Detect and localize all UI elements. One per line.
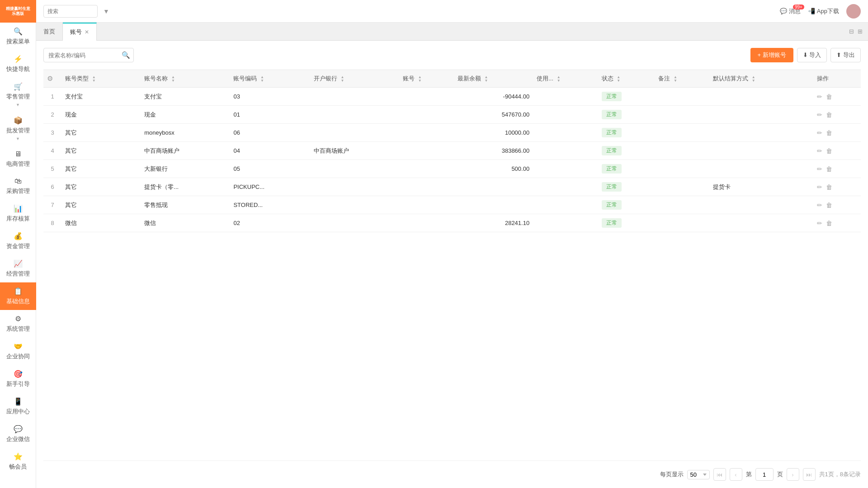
cell-status: 正常 bbox=[598, 88, 655, 106]
sidebar-item-enterprise[interactable]: 🤝 企业协同 bbox=[0, 338, 36, 365]
inventory-icon: 📊 bbox=[14, 204, 23, 213]
search-icon[interactable]: 🔍 bbox=[122, 51, 130, 59]
cell-remark bbox=[655, 124, 709, 142]
first-page-button[interactable]: ⏮ bbox=[713, 468, 726, 481]
column-config-icon[interactable]: ⚙ bbox=[47, 75, 53, 82]
edit-button[interactable]: ✏ bbox=[817, 202, 822, 209]
sidebar: 精捷赢时生意 乐惠版 🔍 搜索菜单 ⚡ 快捷导航 🛒 零售管理 ▼ 📦 批发管理… bbox=[0, 0, 36, 488]
sidebar-item-label: 资金管理 bbox=[6, 242, 30, 250]
table-row: 7 其它 零售抵现 STORED... 正常 ✏ 🗑 bbox=[43, 196, 861, 214]
cell-name: 现金 bbox=[141, 106, 230, 124]
app-download-button[interactable]: 📲 App下载 bbox=[808, 7, 839, 15]
sidebar-item-purchase[interactable]: 🛍 采购管理 bbox=[0, 173, 36, 200]
action-buttons: ✏ 🗑 bbox=[817, 93, 857, 100]
edit-button[interactable]: ✏ bbox=[817, 220, 822, 227]
sidebar-item-search[interactable]: 🔍 搜索菜单 bbox=[0, 23, 36, 50]
prev-page-button[interactable]: ‹ bbox=[730, 468, 742, 481]
col-remark: 备注 ▲▼ bbox=[655, 70, 709, 88]
tab-home-label: 首页 bbox=[43, 28, 55, 36]
last-page-button[interactable]: ⏭ bbox=[803, 468, 816, 481]
sidebar-item-system[interactable]: ⚙ 系统管理 bbox=[0, 310, 36, 338]
message-button[interactable]: 💬 消息 99+ bbox=[780, 7, 801, 15]
delete-button[interactable]: 🗑 bbox=[826, 165, 832, 173]
sidebar-item-guide[interactable]: 🎯 新手引导 bbox=[0, 365, 36, 393]
page-number-input[interactable] bbox=[755, 468, 774, 481]
status-badge: 正常 bbox=[602, 200, 622, 210]
sort-icon: ▲▼ bbox=[418, 75, 422, 83]
col-usage: 使用... ▲▼ bbox=[533, 70, 598, 88]
cell-status: 正常 bbox=[598, 142, 655, 160]
col-status-label: 状态 bbox=[602, 75, 613, 82]
sidebar-item-inventory[interactable]: 📊 库存核算 bbox=[0, 200, 36, 227]
cell-type: 其它 bbox=[61, 178, 141, 196]
sidebar-item-finance[interactable]: 💰 资金管理 bbox=[0, 227, 36, 255]
basic-info-icon: 📋 bbox=[14, 287, 23, 296]
sidebar-item-label: 搜索菜单 bbox=[6, 38, 30, 46]
user-avatar[interactable] bbox=[846, 4, 861, 19]
sidebar-item-label: 畅会员 bbox=[9, 463, 27, 471]
delete-button[interactable]: 🗑 bbox=[826, 129, 832, 136]
cell-default-settle bbox=[709, 106, 813, 124]
cell-name: moneybosx bbox=[141, 124, 230, 142]
add-account-button[interactable]: + 新增账号 bbox=[750, 48, 793, 62]
edit-button[interactable]: ✏ bbox=[817, 165, 822, 173]
delete-button[interactable]: 🗑 bbox=[826, 147, 832, 155]
table-row: 3 其它 moneybosx 06 10000.00 正常 ✏ 🗑 bbox=[43, 124, 861, 142]
cell-default-settle: 提货卡 bbox=[709, 178, 813, 196]
maximize-icon[interactable]: ⊞ bbox=[858, 28, 863, 35]
sidebar-item-operations[interactable]: 📈 经营管理 bbox=[0, 255, 36, 282]
table-row: 6 其它 提货卡（零... PICKUPC... 正常 提货卡 ✏ 🗑 bbox=[43, 178, 861, 196]
sidebar-item-ecommerce[interactable]: 🖥 电商管理 bbox=[0, 145, 36, 173]
delete-button[interactable]: 🗑 bbox=[826, 220, 832, 227]
header-right: 💬 消息 99+ 📲 App下载 bbox=[780, 4, 861, 19]
import-button[interactable]: ⬇ 导入 bbox=[797, 48, 827, 62]
cell-balance bbox=[454, 178, 533, 196]
tab-home[interactable]: 首页 bbox=[36, 23, 63, 41]
edit-button[interactable]: ✏ bbox=[817, 93, 822, 100]
tab-account[interactable]: 账号 ✕ bbox=[63, 23, 97, 41]
status-badge: 正常 bbox=[602, 182, 622, 192]
sidebar-item-member[interactable]: ⭐ 畅会员 bbox=[0, 448, 36, 475]
col-status: 状态 ▲▼ bbox=[598, 70, 655, 88]
search-input[interactable] bbox=[43, 48, 134, 62]
cell-action: ✏ 🗑 bbox=[813, 178, 861, 196]
page-size-select[interactable]: 50 100 200 bbox=[687, 470, 710, 479]
tab-close-icon[interactable]: ✕ bbox=[85, 29, 89, 35]
export-button[interactable]: ⬆ 导出 bbox=[830, 48, 861, 62]
edit-button[interactable]: ✏ bbox=[817, 147, 822, 155]
search-wrapper: 🔍 bbox=[43, 48, 134, 62]
delete-button[interactable]: 🗑 bbox=[826, 93, 832, 100]
edit-button[interactable]: ✏ bbox=[817, 183, 822, 191]
cell-action: ✏ 🗑 bbox=[813, 214, 861, 232]
delete-button[interactable]: 🗑 bbox=[826, 202, 832, 209]
sidebar-item-wechat[interactable]: 💬 企业微信 bbox=[0, 420, 36, 448]
sidebar-item-app-center[interactable]: 📱 应用中心 bbox=[0, 393, 36, 420]
edit-button[interactable]: ✏ bbox=[817, 111, 822, 118]
delete-button[interactable]: 🗑 bbox=[826, 111, 832, 118]
sidebar-item-retail[interactable]: 🛒 零售管理 ▼ bbox=[0, 78, 36, 112]
top-search-input[interactable] bbox=[43, 5, 98, 18]
cell-default-settle bbox=[709, 142, 813, 160]
sidebar-logo: 精捷赢时生意 乐惠版 bbox=[0, 0, 36, 23]
status-badge: 正常 bbox=[602, 128, 622, 137]
minimize-icon[interactable]: ⊟ bbox=[849, 28, 854, 35]
cell-bank bbox=[310, 214, 399, 232]
col-remark-label: 备注 bbox=[658, 75, 670, 82]
dropdown-arrow-icon[interactable]: ▼ bbox=[103, 8, 109, 15]
cell-default-settle bbox=[709, 88, 813, 106]
sidebar-item-label: 新手引导 bbox=[6, 380, 30, 388]
col-type-label: 账号类型 bbox=[65, 75, 89, 82]
edit-button[interactable]: ✏ bbox=[817, 129, 822, 136]
top-header: ▼ 💬 消息 99+ 📲 App下载 bbox=[36, 0, 868, 23]
sidebar-item-wholesale[interactable]: 📦 批发管理 ▼ bbox=[0, 112, 36, 145]
col-type: 账号类型 ▲▼ bbox=[61, 70, 141, 88]
cell-bank bbox=[310, 160, 399, 178]
sidebar-item-quick-nav[interactable]: ⚡ 快捷导航 bbox=[0, 50, 36, 78]
col-code-label: 账号编码 bbox=[233, 75, 257, 82]
sidebar-item-basic-info[interactable]: 📋 基础信息 bbox=[0, 282, 36, 310]
action-buttons: ✏ 🗑 bbox=[817, 165, 857, 173]
next-page-button[interactable]: › bbox=[787, 468, 799, 481]
delete-button[interactable]: 🗑 bbox=[826, 183, 832, 191]
pagination-bar: 每页显示 50 100 200 ⏮ ‹ 第 页 › ⏭ 共1页，8条记录 bbox=[43, 460, 861, 481]
cell-usage bbox=[533, 160, 598, 178]
